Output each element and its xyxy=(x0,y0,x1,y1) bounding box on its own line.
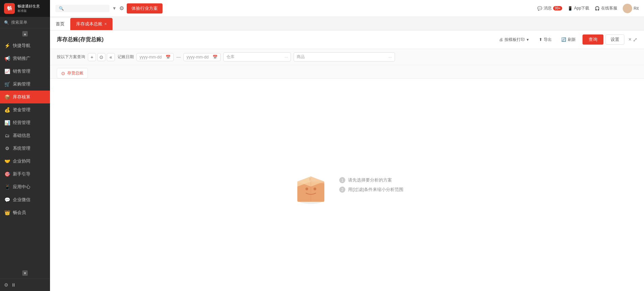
sidebar-item-operations[interactable]: 📊 经营管理 xyxy=(0,116,50,129)
filter-add-button[interactable]: + xyxy=(88,53,96,61)
tab-close-icon[interactable]: × xyxy=(104,22,107,26)
message-label: 消息 xyxy=(544,5,552,11)
query-button[interactable]: 查询 xyxy=(583,34,603,45)
empty-state: ! 1 请先选择要分析的方案 2 用[过滤]条件来缩小分析范围 xyxy=(50,79,644,291)
app-name: 畅捷通好生意 xyxy=(18,4,40,9)
refresh-icon: 🔄 xyxy=(561,37,566,42)
sidebar-item-finance[interactable]: 💰 资金管理 xyxy=(0,103,50,116)
scroll-up-area: ▲ xyxy=(0,28,50,39)
user-avatar-area[interactable]: Rit xyxy=(623,4,639,13)
export-button[interactable]: ⬆ 导出 xyxy=(536,35,554,44)
newbie-icon: 🎯 xyxy=(4,171,10,177)
sidebar-item-label: 企业微信 xyxy=(13,197,30,203)
sidebar-item-system[interactable]: ⚙ 系统管理 xyxy=(0,142,50,155)
sidebar-item-appstore[interactable]: 📱 应用中心 xyxy=(0,180,50,193)
sidebar-item-label: 畅会员 xyxy=(13,210,26,216)
quick-nav-icon: ⚡ xyxy=(4,43,10,49)
user-name: Rit xyxy=(634,6,639,11)
sidebar-item-label: 销售管理 xyxy=(13,68,30,74)
system-icon: ⚙ xyxy=(4,145,10,151)
sales-icon: 📈 xyxy=(4,68,10,74)
panel-close-button[interactable]: × xyxy=(628,37,631,43)
warehouse-select[interactable]: 仓库 ··· xyxy=(223,52,291,62)
sidebar-item-newbie[interactable]: 🎯 新手引导 xyxy=(0,168,50,180)
date-start-placeholder: yyyy-mm-dd xyxy=(140,55,162,59)
sidebar-item-wechat[interactable]: 💬 企业微信 xyxy=(0,193,50,206)
tab-inventory-ledger-label: 库存成本总账 xyxy=(76,21,102,27)
sidebar-item-sales[interactable]: 📈 销售管理 xyxy=(0,65,50,78)
tab-inventory-ledger[interactable]: 库存成本总账 × xyxy=(70,18,113,30)
online-service-button[interactable]: 🎧 在线客服 xyxy=(595,5,617,11)
main-content: 🔍 ▼ ⚙ 体验行业方案 💬 消息 99+ 📱 App下载 🎧 在线客服 xyxy=(50,0,644,291)
sidebar-item-purchase[interactable]: 🛒 采购管理 xyxy=(0,78,50,91)
sidebar-item-label: 营销推广 xyxy=(13,55,30,62)
scheme-item[interactable]: ⊙ 存货总账 xyxy=(57,68,88,78)
app-download-icon: 📱 xyxy=(568,6,573,11)
sidebar-item-label: 新手引导 xyxy=(13,171,30,177)
page-actions: 🖨 按模板打印 ▼ ⬆ 导出 🔄 刷新 查询 设置 xyxy=(496,34,624,45)
panel-expand-button[interactable]: ⤢ xyxy=(633,37,637,43)
filter-section: 按以下方案查询 + ⊙ « 记账日期 yyyy-mm-dd 📅 — yyyy-m xyxy=(50,49,644,65)
scheme-area: ⊙ 存货总账 xyxy=(50,65,644,79)
scroll-down-button[interactable]: ▼ xyxy=(22,270,28,276)
topbar-left: 🔍 ▼ ⚙ 体验行业方案 xyxy=(55,3,534,14)
topbar-search-area[interactable]: 🔍 xyxy=(55,5,109,12)
sidebar-item-quick-nav[interactable]: ⚡ 快捷导航 xyxy=(0,39,50,52)
online-service-label: 在线客服 xyxy=(601,5,617,11)
tab-home[interactable]: 首页 xyxy=(50,18,70,30)
topbar-chevron-icon[interactable]: ▼ xyxy=(112,6,117,11)
topbar-search-icon: 🔍 xyxy=(59,6,64,11)
page-header: 库存总账(存货总账) 🖨 按模板打印 ▼ ⬆ 导出 🔄 刷新 查询 设置 xyxy=(50,30,644,49)
warehouse-label: 仓库 xyxy=(226,54,234,60)
calendar-end-icon: 📅 xyxy=(213,55,218,59)
sidebar-item-member[interactable]: 👑 畅会员 xyxy=(0,206,50,219)
sidebar-item-inventory[interactable]: 📦 库存核算 xyxy=(0,91,50,103)
sidebar-item-label: 快捷导航 xyxy=(13,43,30,49)
sidebar-nav: ⚡ 快捷导航 📢 营销推广 📈 销售管理 🛒 采购管理 📦 库存核算 💰 资金管… xyxy=(0,39,50,268)
sidebar-item-marketing[interactable]: 📢 营销推广 xyxy=(0,52,50,65)
page-panel: 库存总账(存货总账) 🖨 按模板打印 ▼ ⬆ 导出 🔄 刷新 查询 设置 xyxy=(50,30,644,291)
empty-texts: 1 请先选择要分析的方案 2 用[过滤]条件来缩小分析范围 xyxy=(339,177,403,193)
marketing-icon: 📢 xyxy=(4,55,10,62)
query-settings-area: 查询 设置 xyxy=(583,34,624,45)
warehouse-more-icon: ··· xyxy=(284,55,288,59)
date-end-input[interactable]: yyyy-mm-dd 📅 xyxy=(183,53,221,61)
date-label: 记账日期 xyxy=(118,54,134,60)
sidebar-search[interactable]: 🔍 搜索菜单 xyxy=(0,17,50,28)
sidebar-item-enterprise[interactable]: 🤝 企业协同 xyxy=(0,155,50,168)
filter-btns: + ⊙ « xyxy=(88,53,115,61)
topbar-settings-icon[interactable]: ⚙ xyxy=(119,5,124,11)
audio-footer-icon[interactable]: ⏸ xyxy=(11,282,16,288)
sidebar-item-label: 应用中心 xyxy=(13,184,30,190)
goods-more-icon: ··· xyxy=(389,55,392,59)
settings-footer-icon[interactable]: ⚙ xyxy=(4,282,8,288)
filter-collapse-button[interactable]: « xyxy=(107,53,115,61)
settings-button[interactable]: 设置 xyxy=(605,34,624,45)
appstore-icon: 📱 xyxy=(4,184,10,190)
refresh-button[interactable]: 🔄 刷新 xyxy=(559,35,578,44)
online-service-icon: 🎧 xyxy=(595,6,600,11)
scheme-icon: ⊙ xyxy=(61,71,65,76)
industry-solution-button[interactable]: 体验行业方案 xyxy=(127,3,163,14)
empty-hint-1: 1 请先选择要分析的方案 xyxy=(339,177,403,183)
scroll-down-area: ▼ xyxy=(0,268,50,278)
svg-text:!: ! xyxy=(309,178,311,181)
scroll-up-button[interactable]: ▲ xyxy=(22,31,28,37)
filter-label: 按以下方案查询 xyxy=(57,54,85,60)
filter-settings-button[interactable]: ⊙ xyxy=(97,53,105,61)
sidebar-item-label: 库存核算 xyxy=(13,94,30,100)
app-download-button[interactable]: 📱 App下载 xyxy=(568,5,589,11)
print-button[interactable]: 🖨 按模板打印 ▼ xyxy=(496,35,532,44)
empty-num-2: 2 xyxy=(339,187,345,193)
message-icon: 💬 xyxy=(537,6,542,11)
message-button[interactable]: 💬 消息 99+ xyxy=(537,5,562,11)
sidebar-item-base[interactable]: 🗂 基础信息 xyxy=(0,129,50,142)
date-start-input[interactable]: yyyy-mm-dd 📅 xyxy=(137,53,174,61)
export-icon: ⬆ xyxy=(539,37,542,42)
svg-point-6 xyxy=(305,188,308,190)
goods-select[interactable]: 商品 ··· xyxy=(294,52,395,62)
tab-home-label: 首页 xyxy=(56,21,65,27)
wechat-icon: 💬 xyxy=(4,197,10,203)
sidebar-item-label: 采购管理 xyxy=(13,81,30,87)
purchase-icon: 🛒 xyxy=(4,81,10,87)
